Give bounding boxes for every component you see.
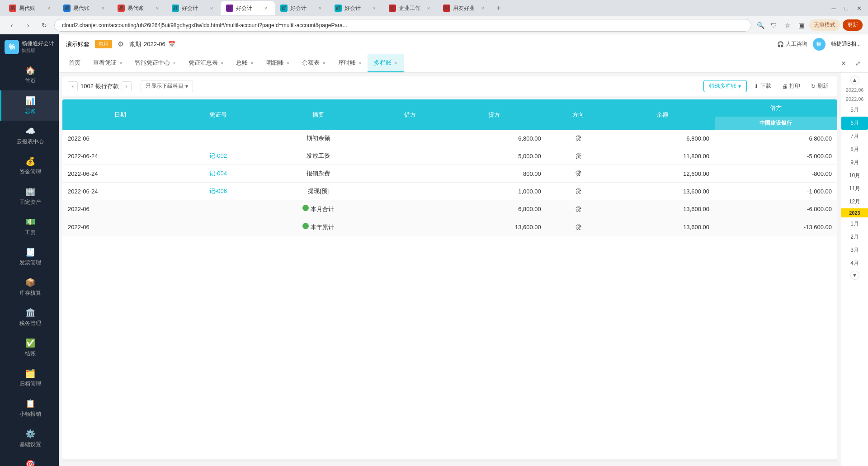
sidebar-item-home[interactable]: 🏠 首页: [0, 60, 59, 90]
calendar-up-button[interactable]: ▲: [850, 75, 859, 85]
tab-2[interactable]: 易 易代账 ×: [58, 1, 112, 15]
maximize-button[interactable]: □: [841, 3, 852, 14]
voucher-link[interactable]: 记-002: [209, 152, 227, 159]
tab-4[interactable]: 好 好会计 ×: [166, 1, 221, 15]
cal-month-apr[interactable]: 4月: [841, 257, 868, 270]
close-panel-button[interactable]: ✕: [837, 57, 850, 70]
sidebar-toggle-icon[interactable]: ▣: [796, 20, 807, 31]
tab-detail-ledger[interactable]: 明细账 ×: [260, 54, 296, 72]
tab-6[interactable]: 好 好会计 ×: [275, 1, 329, 15]
sidebar-item-close[interactable]: ✅ 结账: [0, 333, 59, 363]
tab-1[interactable]: 易 易代账 ×: [4, 1, 58, 15]
cal-month-mar[interactable]: 3月: [841, 244, 868, 257]
sidebar-item-tax[interactable]: 🏛️ 税务管理: [0, 302, 59, 333]
close-button[interactable]: ✕: [854, 3, 864, 14]
add-tab-button[interactable]: +: [492, 1, 505, 15]
tab-smart-voucher-close[interactable]: ×: [173, 60, 175, 66]
shield-icon[interactable]: 🛡: [769, 20, 779, 31]
voucher-link[interactable]: 记-004: [209, 170, 227, 177]
cal-month-july[interactable]: 7月: [841, 130, 868, 143]
tab-9-label: 用友好业: [453, 5, 475, 12]
tab-general-ledger-close[interactable]: ×: [250, 60, 253, 66]
sidebar-item-invoice[interactable]: 🧾 发票管理: [0, 242, 59, 272]
minimize-button[interactable]: ─: [828, 3, 839, 14]
back-button[interactable]: ‹: [5, 19, 18, 32]
sidebar-item-inventory[interactable]: 📦 库存核算: [0, 272, 59, 302]
refresh-button[interactable]: ↻: [38, 19, 51, 32]
topbar-settings-icon[interactable]: ⚙: [118, 40, 124, 48]
star-icon[interactable]: ☆: [782, 20, 793, 31]
address-input[interactable]: cloud2.chanjet.com/accounting/uh26t264j5…: [54, 19, 751, 32]
tab-balance-close[interactable]: ×: [322, 60, 325, 66]
tab-8[interactable]: C 企业工作 ×: [383, 1, 438, 15]
cal-month-september[interactable]: 9月: [841, 156, 868, 169]
wuhen-mode-button[interactable]: 无痕模式: [809, 19, 840, 31]
tab-9[interactable]: 用 用友好业 ×: [438, 1, 492, 15]
tab-1-close[interactable]: ×: [45, 5, 52, 12]
tab-2-close[interactable]: ×: [99, 5, 107, 12]
tab-general-ledger[interactable]: 总账 ×: [230, 54, 259, 72]
tab-voucher-summary[interactable]: 凭证汇总表 ×: [182, 54, 230, 72]
tab-3-close[interactable]: ×: [154, 5, 161, 12]
tab-balance[interactable]: 余额表 ×: [296, 54, 331, 72]
cal-year-2023[interactable]: 2023: [841, 208, 868, 217]
tab-7[interactable]: 好 好会计 ×: [329, 1, 383, 15]
cal-month-august[interactable]: 8月: [841, 143, 868, 156]
tab-multi-column-close[interactable]: ×: [394, 60, 397, 66]
tab-favicon-8: C: [389, 5, 396, 12]
sidebar-item-funds[interactable]: 💰 资金管理: [0, 151, 59, 181]
tab-journal-close[interactable]: ×: [359, 60, 361, 66]
refresh-btn[interactable]: ↻ 刷新: [807, 80, 832, 92]
cal-month-december[interactable]: 12月: [841, 195, 868, 208]
tab-detail-ledger-close[interactable]: ×: [287, 60, 289, 66]
row-direction: 贷: [547, 200, 610, 218]
tab-8-close[interactable]: ×: [425, 5, 432, 12]
voucher-link[interactable]: 记-006: [209, 188, 227, 194]
cal-month-jan[interactable]: 1月: [841, 217, 868, 231]
cal-month-october[interactable]: 10月: [841, 169, 868, 182]
special-multi-column-button[interactable]: 特殊多栏账 ▾: [703, 80, 747, 92]
filter-select[interactable]: 只显示下级科目 ▾: [141, 80, 193, 92]
forward-button[interactable]: ›: [22, 19, 34, 32]
tab-voucher-summary-close[interactable]: ×: [221, 60, 223, 66]
calendar-icon[interactable]: 📅: [168, 41, 175, 47]
next-account-button[interactable]: ›: [122, 81, 132, 91]
tab-view-voucher-close[interactable]: ×: [119, 60, 122, 66]
sidebar-item-assets[interactable]: 🏢 固定资产: [0, 181, 59, 212]
tab-4-close[interactable]: ×: [208, 5, 215, 12]
update-button[interactable]: 更新: [843, 19, 863, 31]
tab-view-voucher[interactable]: 查看凭证 ×: [87, 54, 128, 72]
tab-5[interactable]: 好 好会计 ×: [221, 1, 275, 15]
sidebar-item-settings[interactable]: ⚙️ 基础设置: [0, 424, 59, 454]
tab-home[interactable]: 首页: [62, 54, 87, 72]
cal-month-may[interactable]: 5月: [841, 104, 868, 117]
tab-journal[interactable]: 序时账 ×: [332, 54, 368, 72]
sidebar-item-ledger[interactable]: 📊 总账: [0, 90, 59, 121]
print-button[interactable]: 🖨 打印: [778, 80, 804, 92]
prev-account-button[interactable]: ‹: [68, 81, 78, 91]
bottom-scrollbar[interactable]: [62, 459, 837, 462]
calendar-down-button[interactable]: ▼: [850, 271, 859, 280]
sidebar-item-expense[interactable]: 📋 小畅报销: [0, 393, 59, 424]
tab-7-close[interactable]: ×: [371, 5, 378, 12]
search-icon[interactable]: 🔍: [755, 20, 766, 31]
sidebar-item-guide[interactable]: 🎯 新手引导: [0, 454, 59, 466]
tab-9-close[interactable]: ×: [479, 5, 486, 12]
tab-5-close[interactable]: ×: [262, 5, 269, 12]
tab-6-close[interactable]: ×: [316, 5, 324, 12]
cal-month-june[interactable]: 6月: [841, 117, 868, 130]
download-button[interactable]: ⬇ 下载: [750, 80, 775, 92]
cal-month-november[interactable]: 11月: [841, 182, 868, 195]
sidebar-item-archive[interactable]: 🗂️ 归档管理: [0, 363, 59, 393]
consult-button[interactable]: 🎧 人工咨询: [777, 40, 807, 48]
tab-3[interactable]: 易 易代账 ×: [112, 1, 166, 15]
tab-view-voucher-label: 查看凭证: [93, 59, 117, 67]
sidebar-item-payroll[interactable]: 💵 工资: [0, 212, 59, 242]
tab-smart-voucher[interactable]: 智能凭证中心 ×: [128, 54, 182, 72]
tab-multi-column[interactable]: 多栏账 ×: [368, 54, 403, 72]
cal-month-feb[interactable]: 2月: [841, 231, 868, 244]
expand-panel-button[interactable]: ⤢: [852, 57, 864, 70]
sidebar-item-reports[interactable]: ☁️ 云报表中心: [0, 121, 59, 151]
row-debit: [378, 183, 442, 200]
tab-favicon-2: 易: [63, 5, 71, 12]
